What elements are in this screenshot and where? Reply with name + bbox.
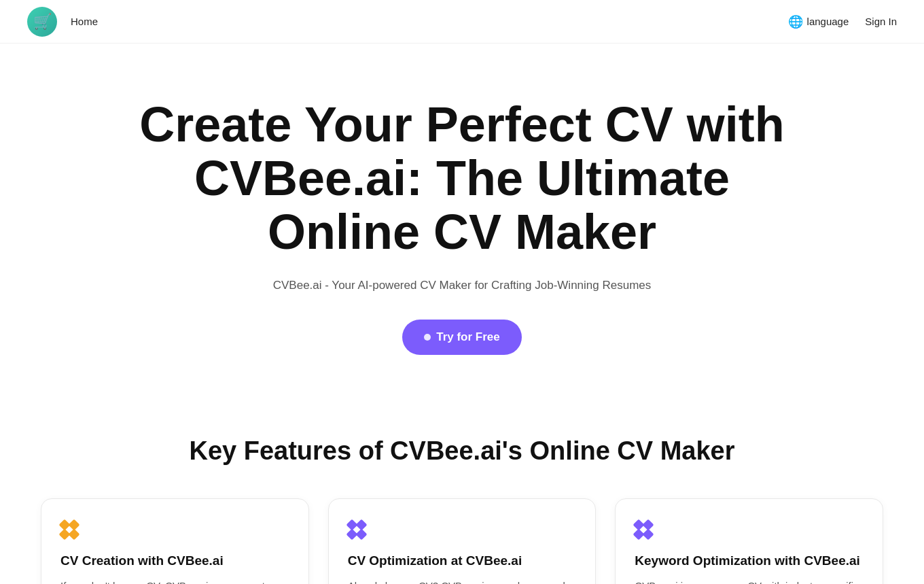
nav-left: 🛒 Home: [27, 7, 98, 37]
language-selector[interactable]: 🌐 language: [788, 14, 849, 29]
feature-card-3: Keyword Optimization with CVBee.ai CVBee…: [615, 498, 883, 584]
hero-title: Create Your Perfect CV with CVBee.ai: Th…: [122, 98, 802, 260]
language-icon: 🌐: [788, 14, 803, 29]
feature-card-text-2: Already have a CV? CVBee.ai can enhance …: [348, 578, 577, 584]
language-label: language: [807, 16, 849, 27]
try-free-button[interactable]: Try for Free: [402, 320, 522, 355]
nav-right: 🌐 language Sign In: [788, 14, 897, 29]
feature-card-1: CV Creation with CVBee.ai If you don't h…: [41, 498, 309, 584]
hero-section: Create Your Perfect CV with CVBee.ai: Th…: [0, 44, 924, 396]
logo[interactable]: 🛒: [27, 7, 57, 37]
feature-card-text-3: CVBee.ai improves your CV with industry-…: [635, 578, 864, 584]
btn-dot-icon: [424, 334, 431, 341]
feature-card-text-1: If you don't have a CV, CVBee.ai can gen…: [60, 578, 289, 584]
feature-icon-3: [635, 521, 864, 541]
features-title: Key Features of CVBee.ai's Online CV Mak…: [41, 436, 883, 466]
feature-icon-1: [60, 521, 289, 541]
feature-card-2: CV Optimization at CVBee.ai Already have…: [328, 498, 597, 584]
nav-home-link[interactable]: Home: [71, 16, 98, 27]
signin-button[interactable]: Sign In: [865, 16, 897, 27]
feature-icon-2: [348, 521, 577, 541]
logo-icon: 🛒: [33, 13, 52, 31]
features-section: Key Features of CVBee.ai's Online CV Mak…: [0, 396, 924, 584]
navbar: 🛒 Home 🌐 language Sign In: [0, 0, 924, 44]
feature-card-title-3: Keyword Optimization with CVBee.ai: [635, 553, 864, 568]
try-free-label: Try for Free: [436, 330, 500, 344]
feature-card-title-1: CV Creation with CVBee.ai: [60, 553, 289, 568]
feature-card-title-2: CV Optimization at CVBee.ai: [348, 553, 577, 568]
hero-subtitle: CVBee.ai - Your AI-powered CV Maker for …: [273, 279, 652, 292]
features-grid: CV Creation with CVBee.ai If you don't h…: [41, 498, 883, 584]
